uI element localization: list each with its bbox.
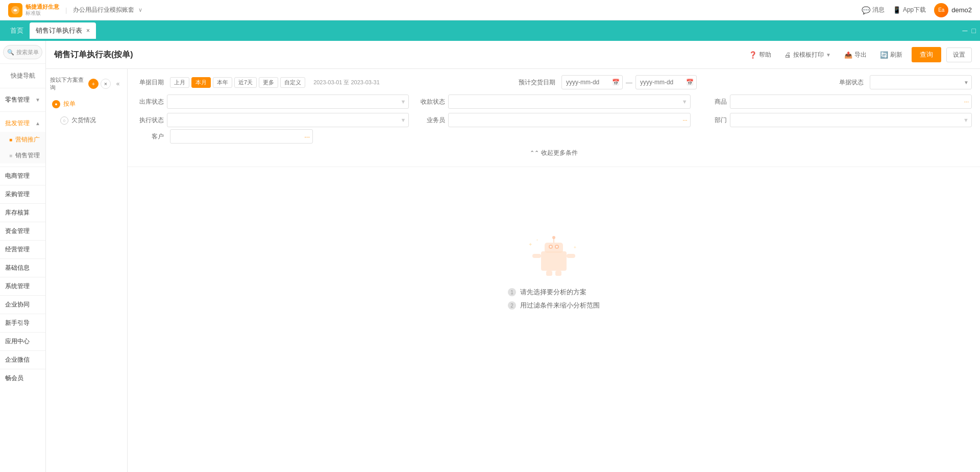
message-btn[interactable]: 💬 消息: [862, 6, 885, 14]
filter-goods: 商品 ···: [699, 95, 972, 109]
app-download-label: App下载: [903, 6, 926, 14]
sidebar-item-ecommerce[interactable]: 电商管理: [0, 167, 45, 185]
exec-select[interactable]: [167, 113, 409, 127]
date-btn-this-month[interactable]: 本月: [191, 77, 211, 88]
settings-btn[interactable]: 设置: [946, 48, 972, 62]
help-btn[interactable]: ❓ 帮助: [745, 49, 775, 61]
filter-dept: 部门 ▼: [699, 113, 972, 127]
svg-point-11: [552, 236, 555, 239]
tab-bar-right: ─ □: [963, 27, 976, 35]
order-status-select[interactable]: [870, 75, 972, 89]
query-btn[interactable]: 查询: [912, 47, 941, 62]
collapse-filter-btn[interactable]: ⌃⌃ 收起更多条件: [136, 146, 972, 160]
sidebar-item-enterprise[interactable]: 企业协同: [0, 295, 45, 314]
date-btn-7days[interactable]: 近7天: [234, 77, 257, 88]
sidebar-item-quick-nav[interactable]: 快捷导航: [2, 67, 43, 84]
tab-active-label: 销售订单执行表: [36, 26, 82, 35]
empty-tips: 1 请先选择要分析的方案 2 用过滤条件来缩小分析范围: [508, 288, 600, 310]
sidebar-search-btn[interactable]: 🔍 搜索菜单: [3, 45, 42, 59]
breadcrumb[interactable]: 办公用品行业模拟账套: [73, 6, 134, 14]
sidebar-sub-sales[interactable]: ■ 销售管理: [0, 148, 45, 163]
svg-point-9: [556, 246, 558, 248]
scheme-active-icon: ●: [52, 100, 60, 108]
tab-home[interactable]: 首页: [4, 22, 30, 39]
scheme-sub-icon: ○: [60, 116, 68, 125]
collapse-panel-btn[interactable]: «: [113, 79, 123, 89]
delete-scheme-btn[interactable]: ×: [101, 79, 111, 89]
header-right: 💬 消息 📱 App下载 Ea demo2: [862, 3, 972, 17]
svg-point-8: [550, 246, 552, 248]
calendar-to-icon[interactable]: 📅: [686, 79, 694, 86]
page-actions: ❓ 帮助 🖨 按模板打印 ▼ 📤 导出 🔄 刷新 查询 设置: [745, 47, 972, 62]
help-label: 帮助: [759, 51, 771, 59]
collapse-filter-label: 收起更多条件: [541, 149, 578, 157]
sidebar-item-wholesale[interactable]: 批发管理 ▲: [0, 115, 45, 132]
receipt-control: ▼: [448, 95, 690, 109]
sidebar-item-newbie[interactable]: 新手引导: [0, 314, 45, 332]
date-btn-custom[interactable]: 自定义: [280, 77, 305, 88]
customer-input[interactable]: [170, 129, 313, 144]
template-print-btn[interactable]: 🖨 按模板打印 ▼: [780, 49, 835, 61]
window-min-btn[interactable]: ─: [963, 27, 968, 35]
scheme-item-single[interactable]: ● 按单: [46, 96, 127, 112]
sidebar-item-finance[interactable]: 资金管理: [0, 222, 45, 240]
customer-more-icon[interactable]: ···: [304, 133, 310, 140]
right-panel: 单据日期 上月 本月 本年 近7天 更多 自定义 2023-03-01 至 20…: [128, 69, 980, 472]
scheme-item-label: 按单: [63, 100, 76, 108]
customer-control: ···: [170, 129, 313, 144]
sidebar-search-area: 🔍 搜索菜单: [0, 41, 45, 64]
scheme-sub-label: 欠货情况: [71, 116, 96, 125]
dept-select[interactable]: [730, 113, 972, 127]
filter-area: 单据日期 上月 本月 本年 近7天 更多 自定义 2023-03-01 至 20…: [128, 69, 980, 167]
filter-row-customer: 客户 ···: [136, 129, 972, 144]
sidebar-sub-marketing[interactable]: ■ 营销推广: [0, 132, 45, 148]
svg-rect-3: [532, 254, 541, 258]
app-icon: 📱: [893, 6, 901, 14]
sidebar-item-operations[interactable]: 经营管理: [0, 240, 45, 258]
outbound-select[interactable]: [167, 95, 409, 109]
app-download-btn[interactable]: 📱 App下载: [893, 6, 926, 14]
sidebar-item-inventory[interactable]: 库存核算: [0, 203, 45, 222]
calendar-from-icon[interactable]: 📅: [612, 79, 620, 86]
marketing-icon: ■: [9, 137, 12, 143]
add-scheme-btn[interactable]: +: [88, 79, 99, 89]
salesperson-input[interactable]: [448, 113, 690, 127]
left-panel: 按以下方案查询 + × « ● 按单 ○: [46, 69, 128, 472]
date-filter-btns: 上月 本月 本年 近7天 更多 自定义: [170, 77, 305, 88]
sidebar-item-basic[interactable]: 基础信息: [0, 258, 45, 277]
sidebar-item-appstore[interactable]: 应用中心: [0, 332, 45, 350]
receipt-label: 收款状态: [417, 98, 445, 106]
date-btn-more[interactable]: 更多: [259, 77, 278, 88]
scheme-sub-item-shortage[interactable]: ○ 欠货情况: [46, 112, 127, 128]
message-icon: 💬: [862, 6, 870, 14]
sidebar-item-wechat[interactable]: 企业微信: [0, 350, 45, 369]
date-dash: —: [626, 79, 632, 86]
sidebar-item-member[interactable]: 畅会员: [0, 369, 45, 387]
svg-text:✦: ✦: [536, 239, 538, 242]
svg-text:✦: ✦: [528, 242, 532, 247]
data-area: ✦ ✦ ✦ 1 请先选择要分析的方案 2 用过滤条件来缩小分析范围: [128, 167, 980, 371]
sidebar-item-retail[interactable]: 零售管理 ▼: [0, 91, 45, 108]
expected-date-label: 预计交货日期: [519, 78, 555, 87]
tab-active[interactable]: 销售订单执行表 ×: [30, 22, 96, 39]
search-icon: 🔍: [7, 49, 14, 56]
message-label: 消息: [872, 6, 885, 14]
refresh-btn[interactable]: 🔄 刷新: [876, 49, 906, 61]
date-btn-this-year[interactable]: 本年: [213, 77, 232, 88]
sidebar-item-purchase[interactable]: 采购管理: [0, 185, 45, 203]
window-max-btn[interactable]: □: [972, 27, 976, 35]
logo-sub: 标准版: [26, 10, 59, 16]
tab-close-icon[interactable]: ×: [86, 27, 90, 34]
logo-area[interactable]: 畅捷通好生意 标准版: [8, 3, 59, 17]
dept-control: ▼: [730, 113, 972, 127]
empty-tip-2: 2 用过滤条件来缩小分析范围: [508, 301, 600, 310]
svg-rect-12: [546, 271, 552, 276]
date-btn-last-month[interactable]: 上月: [170, 77, 189, 88]
user-area[interactable]: Ea demo2: [934, 3, 972, 17]
export-btn[interactable]: 📤 导出: [840, 49, 871, 61]
goods-input[interactable]: [730, 95, 972, 109]
salesperson-control: ···: [448, 113, 690, 127]
sidebar-sub-items-wholesale: ■ 营销推广 ■ 销售管理: [0, 132, 45, 163]
receipt-select[interactable]: [448, 95, 690, 109]
sidebar-item-system[interactable]: 系统管理: [0, 277, 45, 295]
